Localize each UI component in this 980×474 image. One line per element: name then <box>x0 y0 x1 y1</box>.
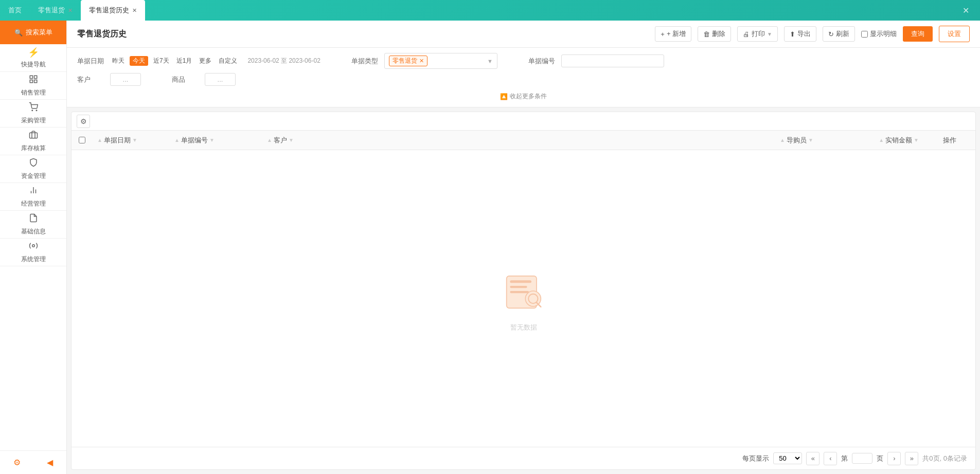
sort-desc-icon-customer: ▼ <box>289 137 294 143</box>
purchase-icon <box>29 102 38 114</box>
delete-button[interactable]: 🗑 删除 <box>698 26 731 42</box>
table-toolbar: ⚙ <box>72 112 975 131</box>
tab-home[interactable]: 首页 <box>0 0 30 21</box>
th-ops: 操作 <box>924 136 975 145</box>
first-page-btn[interactable]: « <box>806 452 819 465</box>
collapse-up-icon: 🔼 <box>500 93 508 100</box>
sidebar-item-system-label: 系统管理 <box>21 255 46 264</box>
window-close-button[interactable]: ✕ <box>959 4 972 16</box>
table-settings-button[interactable]: ⚙ <box>77 115 90 128</box>
pagination-bar: 每页显示 50 10 20 100 « ‹ 第 1 页 › » 共0页, 0条记… <box>72 447 975 469</box>
display-toggle-label: 显示明细 <box>870 29 897 39</box>
svg-rect-0 <box>30 76 32 78</box>
sidebar-item-basic-info-label: 基础信息 <box>21 227 46 236</box>
sidebar-item-system[interactable]: 系统管理 <box>0 239 66 266</box>
sort-asc-icon-customer: ▲ <box>267 137 272 143</box>
sidebar-item-operations-label: 经营管理 <box>21 199 46 208</box>
last-page-btn[interactable]: » <box>905 452 918 465</box>
order-no-input[interactable] <box>561 54 664 67</box>
collapse-bar[interactable]: 🔼 收起更多条件 <box>77 90 970 102</box>
tab-retail-return-history-label: 零售退货历史 <box>89 6 129 15</box>
page-title: 零售退货历史 <box>77 29 127 40</box>
sidebar-toggle-btn[interactable]: ◀ <box>47 458 53 467</box>
order-no-label: 单据编号 <box>528 57 557 66</box>
sales-icon <box>29 75 38 86</box>
print-button[interactable]: 🖨 打印 ▼ <box>737 26 778 42</box>
th-checkbox[interactable] <box>72 137 92 143</box>
refresh-button[interactable]: ↻ 刷新 <box>823 26 855 42</box>
tab-retail-return-history[interactable]: 零售退货历史 ✕ <box>81 0 145 21</box>
tab-retail-return[interactable]: 零售退货 ✕ <box>30 0 81 21</box>
delete-icon: 🗑 <box>703 30 710 38</box>
tab-retail-return-close[interactable]: ✕ <box>68 7 73 14</box>
finance-icon <box>29 158 38 170</box>
display-toggle[interactable]: 显示明细 <box>861 29 897 39</box>
svg-rect-13 <box>510 286 527 288</box>
filter-area: 单据日期 昨天 今天 近7天 近1月 更多 自定义 2023-06-02 至 2… <box>67 48 980 107</box>
sidebar-item-inventory-label: 库存核算 <box>21 144 46 153</box>
page-size-select[interactable]: 50 10 20 100 <box>773 452 802 464</box>
empty-state: 暂无数据 <box>72 150 975 447</box>
sidebar-search[interactable]: 🔍 搜索菜单 <box>0 21 66 44</box>
current-page-input[interactable]: 1 <box>852 453 872 464</box>
type-tag-close[interactable]: ✕ <box>419 58 424 64</box>
date-filter-label: 单据日期 <box>77 57 106 66</box>
date-filter: 单据日期 昨天 今天 近7天 近1月 更多 自定义 2023-06-02 至 2… <box>77 56 320 66</box>
tab-retail-return-history-close[interactable]: ✕ <box>132 7 137 14</box>
customer-select-btn[interactable]: ... <box>110 73 141 86</box>
query-button[interactable]: 查询 <box>903 26 933 42</box>
export-button[interactable]: ⬆ 导出 <box>784 26 816 42</box>
customer-label: 客户 <box>77 75 106 84</box>
sort-asc-icon-guide: ▲ <box>780 137 785 143</box>
th-guide[interactable]: ▲ 导购员 ▼ <box>775 136 857 145</box>
shortcut-1month[interactable]: 近1月 <box>174 56 194 66</box>
goods-label: 商品 <box>172 75 201 84</box>
print-icon: 🖨 <box>743 30 750 38</box>
page-unit: 页 <box>877 454 883 463</box>
shortcut-more[interactable]: 更多 <box>197 56 213 66</box>
export-label: 导出 <box>797 29 811 39</box>
setting-button[interactable]: 设置 <box>939 26 970 42</box>
sort-desc-icon-order: ▼ <box>209 137 215 143</box>
sidebar-item-sales[interactable]: 销售管理 <box>0 72 66 100</box>
sidebar-item-quick-nav-label: 快捷导航 <box>21 60 46 69</box>
sidebar-settings-btn[interactable]: ⚙ <box>13 458 21 467</box>
operations-icon <box>29 186 38 197</box>
sort-asc-icon-order: ▲ <box>174 137 180 143</box>
filter-row-2: 客户 ... 商品 ... <box>77 73 970 86</box>
select-all-checkbox[interactable] <box>79 137 85 143</box>
th-order[interactable]: ▲ 单据编号 ▼ <box>169 136 262 145</box>
type-filter-select[interactable]: 零售退货 ✕ ▼ <box>384 53 497 69</box>
prev-page-btn[interactable]: ‹ <box>824 452 837 465</box>
th-date[interactable]: ▲ 单据日期 ▼ <box>92 136 169 145</box>
delete-label: 删除 <box>712 29 725 39</box>
th-customer[interactable]: ▲ 客户 ▼ <box>262 136 775 145</box>
customer-filter: 客户 ... <box>77 73 141 86</box>
sidebar-item-basic-info[interactable]: 基础信息 <box>0 211 66 239</box>
table-area: ⚙ ▲ 单据日期 ▼ ▲ 单据编号 ▼ ▲ 客户 <box>71 112 976 470</box>
sidebar-item-finance[interactable]: 资金管理 <box>0 155 66 183</box>
quick-nav-icon: ⚡ <box>28 47 39 58</box>
shortcut-yesterday[interactable]: 昨天 <box>110 56 127 66</box>
main-layout: 🔍 搜索菜单 ⚡ 快捷导航 销售管理 采购管理 <box>0 21 980 474</box>
shortcut-7days[interactable]: 近7天 <box>151 56 171 66</box>
add-button[interactable]: + + 新增 <box>655 26 691 42</box>
export-icon: ⬆ <box>790 30 795 38</box>
th-amount[interactable]: ▲ 实销金额 ▼ <box>857 136 924 145</box>
display-toggle-checkbox[interactable] <box>861 31 868 38</box>
tab-home-label: 首页 <box>8 6 22 15</box>
sidebar-item-purchase[interactable]: 采购管理 <box>0 100 66 127</box>
total-info: 共0页, 0条记录 <box>922 454 967 463</box>
search-icon: 🔍 <box>14 29 23 37</box>
goods-select-btn[interactable]: ... <box>205 73 236 86</box>
system-icon <box>29 241 38 253</box>
shortcut-custom[interactable]: 自定义 <box>217 56 239 66</box>
next-page-btn[interactable]: › <box>887 452 901 465</box>
svg-rect-12 <box>510 280 531 283</box>
shortcut-today[interactable]: 今天 <box>130 56 148 66</box>
sidebar-item-quick-nav[interactable]: ⚡ 快捷导航 <box>0 44 66 72</box>
type-filter-label: 单据类型 <box>351 57 380 66</box>
sidebar-item-operations[interactable]: 经营管理 <box>0 183 66 211</box>
basic-info-icon <box>29 213 38 225</box>
sidebar-item-inventory[interactable]: 库存核算 <box>0 127 66 155</box>
